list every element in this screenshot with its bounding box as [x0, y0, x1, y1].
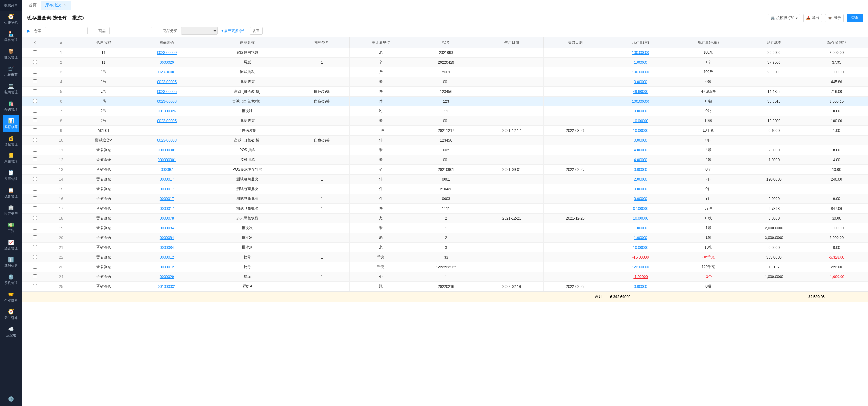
- sidebar-item-发票管理[interactable]: 🧾发票管理: [3, 167, 19, 184]
- warehouse-ellipsis[interactable]: ···: [91, 28, 95, 33]
- sidebar-item-电商管理[interactable]: 💻电商管理: [3, 80, 19, 98]
- row-code[interactable]: 000900001: [133, 145, 201, 155]
- row-check[interactable]: [22, 174, 48, 184]
- category-select[interactable]: [181, 27, 218, 35]
- row-qty-main[interactable]: 0.00000: [607, 165, 674, 174]
- row-qty-main[interactable]: -1.00000: [607, 272, 674, 282]
- sidebar-item-企业协同[interactable]: 🤝企业协同: [3, 289, 19, 306]
- print-template-btn[interactable]: 🖨️ 按模板打印 ▾: [768, 14, 800, 22]
- set-btn[interactable]: 设置: [250, 27, 262, 35]
- row-code[interactable]: 0000012: [133, 262, 201, 272]
- display-btn[interactable]: 👁️ 显示: [825, 14, 844, 22]
- export-btn[interactable]: 📤 导出: [803, 14, 822, 22]
- row-code[interactable]: 0023-00008: [133, 97, 201, 106]
- row-check[interactable]: [22, 243, 48, 252]
- row-check[interactable]: [22, 272, 48, 282]
- row-check[interactable]: [22, 116, 48, 126]
- row-code[interactable]: 0000017: [133, 204, 201, 213]
- sidebar-item-采购管理[interactable]: 🛍️采购管理: [3, 98, 19, 115]
- row-check[interactable]: [22, 106, 48, 116]
- sidebar-item-总账管理[interactable]: 📒总账管理: [3, 149, 19, 167]
- row-qty-main[interactable]: 49.60000: [607, 87, 674, 97]
- row-code[interactable]: 0023-00008: [133, 136, 201, 145]
- sidebar-item-小鞍电商[interactable]: 🛒小鞍电商: [3, 63, 19, 80]
- row-qty-main[interactable]: -16.00000: [607, 252, 674, 262]
- sidebar-item-工资[interactable]: 💵工资: [3, 219, 19, 236]
- sidebar-item-批发管理[interactable]: 📦批发管理: [3, 45, 19, 63]
- row-code[interactable]: 0000012: [133, 252, 201, 262]
- row-check[interactable]: [22, 77, 48, 87]
- row-code[interactable]: 001000026: [133, 106, 201, 116]
- sidebar-item-系统管理[interactable]: ⚙️系统管理: [3, 271, 19, 289]
- row-code[interactable]: 0000017: [133, 194, 201, 204]
- sidebar-item-云应用[interactable]: ☁️云应用: [3, 323, 19, 340]
- sidebar-item-nav[interactable]: 🧭 快捷导航: [0, 11, 22, 28]
- row-code[interactable]: 0000084: [133, 223, 201, 233]
- row-check[interactable]: [22, 58, 48, 67]
- tab-inventory-batch[interactable]: 库存批次 ✕: [41, 1, 71, 10]
- row-check[interactable]: [22, 136, 48, 145]
- row-check[interactable]: [22, 87, 48, 97]
- row-check[interactable]: [22, 184, 48, 194]
- sidebar-item-资金管理[interactable]: 💰资金管理: [3, 132, 19, 149]
- tab-close-icon[interactable]: ✕: [64, 3, 67, 7]
- row-qty-main[interactable]: 4.00000: [607, 155, 674, 165]
- row-check[interactable]: [22, 262, 48, 272]
- row-qty-main[interactable]: 10.00000: [607, 213, 674, 223]
- warehouse-input[interactable]: [45, 27, 88, 34]
- row-check[interactable]: [22, 252, 48, 262]
- row-code[interactable]: 0000084: [133, 233, 201, 243]
- sidebar-item-零售管理[interactable]: 🏪零售管理: [3, 28, 19, 45]
- row-code[interactable]: 0023-00009: [133, 48, 201, 58]
- row-check[interactable]: [22, 282, 48, 292]
- row-qty-main[interactable]: 10.00000: [607, 243, 674, 252]
- row-qty-main[interactable]: 0.00000: [607, 136, 674, 145]
- sidebar-item-固定资产[interactable]: 🏢固定资产: [3, 202, 19, 219]
- sidebar-item-经营管理[interactable]: 📈经营管理: [3, 236, 19, 254]
- row-check[interactable]: [22, 223, 48, 233]
- sidebar-item-基础信息[interactable]: ℹ️基础信息: [3, 254, 19, 271]
- check-all-icon[interactable]: ☉: [33, 40, 37, 45]
- row-qty-main[interactable]: 2.00000: [607, 174, 674, 184]
- goods-ellipsis[interactable]: ···: [156, 28, 159, 33]
- row-code[interactable]: 0000017: [133, 174, 201, 184]
- row-check[interactable]: [22, 155, 48, 165]
- row-code[interactable]: 000097: [133, 165, 201, 174]
- row-check[interactable]: [22, 48, 48, 58]
- row-check[interactable]: [22, 97, 48, 106]
- sidebar-item-新手引导[interactable]: 🧭新手引导: [3, 306, 19, 323]
- row-qty-main[interactable]: 100.00000: [607, 48, 674, 58]
- row-code[interactable]: 0023-00005: [133, 87, 201, 97]
- row-code[interactable]: 0000078: [133, 213, 201, 223]
- tab-home[interactable]: 首页: [24, 1, 41, 10]
- sidebar-item-库存核算[interactable]: 📊库存核算: [3, 115, 19, 132]
- row-code[interactable]: 0023-0000...: [133, 67, 201, 77]
- sidebar-search[interactable]: 搜索菜单: [0, 0, 22, 11]
- row-qty-main[interactable]: 3.00000: [607, 194, 674, 204]
- sidebar-item-税务管理[interactable]: 📋税务管理: [3, 184, 19, 202]
- row-code[interactable]: 0000029: [133, 272, 201, 282]
- search-btn[interactable]: 查询: [847, 14, 863, 22]
- row-qty-main[interactable]: 0.00000: [607, 106, 674, 116]
- row-qty-main[interactable]: 122.00000: [607, 262, 674, 272]
- row-code[interactable]: [133, 126, 201, 136]
- row-qty-main[interactable]: 100.00000: [607, 67, 674, 77]
- row-qty-main[interactable]: 10.00000: [607, 126, 674, 136]
- row-check[interactable]: [22, 204, 48, 213]
- row-code[interactable]: 0000084: [133, 243, 201, 252]
- row-check[interactable]: [22, 165, 48, 174]
- row-check[interactable]: [22, 145, 48, 155]
- row-code[interactable]: 0000017: [133, 184, 201, 194]
- row-qty-main[interactable]: 10.00000: [607, 116, 674, 126]
- row-qty-main[interactable]: 100.00000: [607, 97, 674, 106]
- row-check[interactable]: [22, 233, 48, 243]
- sidebar-gear[interactable]: ⚙️: [0, 392, 22, 406]
- row-code[interactable]: 0023-00005: [133, 116, 201, 126]
- row-code[interactable]: 0023-00005: [133, 77, 201, 87]
- row-check[interactable]: [22, 126, 48, 136]
- row-check[interactable]: [22, 213, 48, 223]
- row-check[interactable]: [22, 194, 48, 204]
- row-qty-main[interactable]: 0.00000: [607, 184, 674, 194]
- row-qty-main[interactable]: 0.00000: [607, 282, 674, 292]
- filter-arrow[interactable]: ▶: [27, 28, 30, 33]
